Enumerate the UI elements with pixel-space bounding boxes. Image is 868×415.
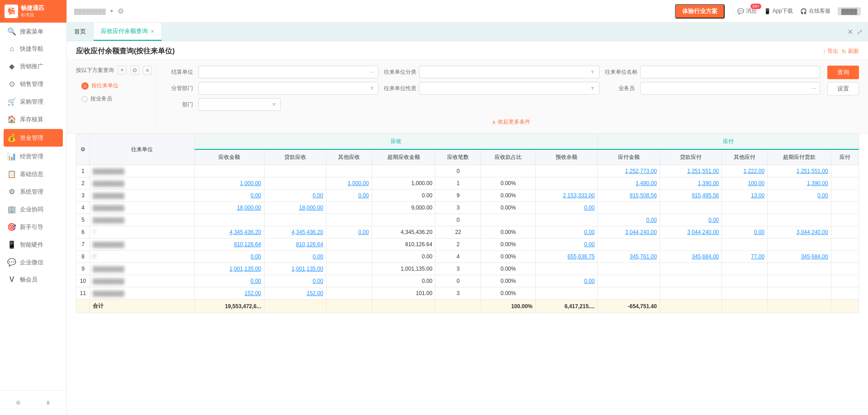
sidebar-item-basic-info[interactable]: 📋 基础信息	[0, 165, 66, 183]
table-cell[interactable]: 0.00	[264, 190, 326, 202]
breadcrumb-arrow-icon[interactable]: ▼	[109, 9, 114, 14]
table-cell[interactable]: 0.00	[722, 226, 768, 239]
table-cell[interactable]: 915,508.56	[598, 190, 660, 202]
table-cell[interactable]: 1,222.00	[722, 165, 768, 177]
table-cell[interactable]: 345,684.00	[768, 251, 831, 263]
table-cell[interactable]: 655,636.75	[536, 251, 598, 263]
sidebar-item-member[interactable]: V 畅会员	[0, 271, 66, 288]
export-button[interactable]: ↑ 导出	[823, 48, 838, 55]
table-cell[interactable]: 1,390.00	[660, 177, 722, 190]
table-cell[interactable]: 345,761.00	[598, 251, 660, 263]
tab-close-icon[interactable]: ✕	[151, 29, 154, 34]
table-cell[interactable]: 0.00	[536, 239, 598, 251]
add-scheme-button[interactable]: +	[118, 66, 127, 75]
table-cell[interactable]: 3,044,240.00	[598, 226, 660, 239]
table-cell[interactable]: 1,001,135.00	[264, 263, 326, 275]
sidebar-item-wechat[interactable]: 💬 企业微信	[0, 253, 66, 271]
department-input[interactable]: ▼	[198, 98, 281, 111]
sidebar-collapse-btn[interactable]: ⏸	[38, 396, 58, 410]
table-cell[interactable]: 1,001,135.00	[194, 263, 264, 275]
table-cell[interactable]: 0.00	[768, 190, 831, 202]
table-cell[interactable]: 915,495.56	[660, 190, 722, 202]
table-cell[interactable]: 77.00	[722, 251, 768, 263]
table-cell[interactable]: 1,390.00	[768, 177, 831, 190]
scheme-by-unit[interactable]: ◎ 按往来单位	[76, 79, 152, 92]
unit-category-input[interactable]: ▼	[419, 66, 599, 78]
settlement-unit-input[interactable]: ···	[198, 66, 378, 78]
setting-button[interactable]: 设置	[827, 82, 859, 95]
salesman-input[interactable]: ···	[640, 82, 820, 95]
tab-balance-query[interactable]: 应收应付余额查询 ✕	[94, 23, 162, 41]
online-service-action[interactable]: 🎧 在线客服	[800, 7, 830, 15]
table-cell	[660, 202, 722, 214]
table-cell[interactable]: 0.00	[326, 190, 372, 202]
table-cell[interactable]: 152.00	[264, 287, 326, 300]
table-cell[interactable]: 152.00	[194, 287, 264, 300]
unit-name-input[interactable]	[640, 66, 820, 78]
table-cell[interactable]: 0.00	[536, 202, 598, 214]
sidebar-settings-btn[interactable]: ⚙	[9, 396, 28, 410]
query-button[interactable]: 查询	[827, 66, 859, 79]
table-cell[interactable]: 2,153,333.00	[536, 190, 598, 202]
table-cell[interactable]: 1,252,773.00	[598, 165, 660, 177]
table-cell[interactable]: 0.00	[264, 275, 326, 287]
unit-nature-input[interactable]: ▼	[419, 82, 599, 95]
table-cell[interactable]: 3,044,240.00	[660, 226, 722, 239]
table-cell[interactable]: 0.00	[264, 251, 326, 263]
table-cell[interactable]: 0.00	[536, 226, 598, 239]
table-cell[interactable]: 0.00	[536, 275, 598, 287]
table-cell[interactable]: 1,251,551.00	[768, 165, 831, 177]
sidebar-item-finance[interactable]: 💰 资金管理	[4, 129, 63, 147]
sidebar-item-operations[interactable]: 📊 经营管理	[0, 148, 66, 165]
gear-icon[interactable]: ⚙	[118, 7, 124, 15]
sidebar-item-guide[interactable]: 🎯 新手引导	[0, 218, 66, 236]
promo-button[interactable]: 体验行业方案	[675, 4, 725, 19]
collapse-bar[interactable]: ∧ 收起更多条件	[163, 116, 859, 128]
col-settings-header[interactable]: ⚙	[76, 134, 90, 165]
table-cell[interactable]: 0.00	[194, 275, 264, 287]
table-cell[interactable]: 1,251,551.00	[660, 165, 722, 177]
sidebar: 畅 畅捷通匹 标准版 🔍 搜索菜单 ⌂ 快捷导航 ◆ 营销推广 ⊙ 销售管理 🛒…	[0, 0, 67, 415]
table-cell[interactable]: 100.00	[722, 177, 768, 190]
table-cell[interactable]: 18,000.00	[264, 202, 326, 214]
scheme-settings-button[interactable]: ⊙	[130, 66, 139, 75]
sidebar-item-marketing[interactable]: ◆ 营销推广	[0, 57, 66, 75]
table-cell	[831, 202, 859, 214]
table-cell[interactable]: 0.00	[326, 226, 372, 239]
sidebar-item-sales[interactable]: ⊙ 销售管理	[0, 75, 66, 93]
tab-home[interactable]: 首页	[67, 23, 94, 40]
user-menu[interactable]: ▓▓▓▓	[838, 8, 861, 14]
table-cell[interactable]: 1,000.00	[326, 177, 372, 190]
sidebar-item-enterprise[interactable]: 🏢 企业协同	[0, 200, 66, 218]
messages-action[interactable]: 💬 消息 99+	[737, 7, 757, 15]
table-cell[interactable]: 1,000.00	[194, 177, 264, 190]
dept-input[interactable]: ▼	[198, 82, 378, 95]
sidebar-item-system[interactable]: ⚙ 系统管理	[0, 183, 66, 200]
table-cell[interactable]: 810,126.64	[264, 239, 326, 251]
table-cell[interactable]: 13.00	[722, 190, 768, 202]
table-cell[interactable]: 0.00	[194, 190, 264, 202]
sidebar-item-quick-nav[interactable]: ⌂ 快捷导航	[0, 40, 66, 57]
refresh-button[interactable]: ↻ 刷新	[842, 48, 859, 55]
settings-icon[interactable]: ⚙	[80, 146, 85, 153]
table-cell[interactable]: 18,000.00	[194, 202, 264, 214]
tab-maximize-icon[interactable]: ⤢	[857, 28, 863, 36]
sidebar-item-hardware[interactable]: 📱 智能硬件	[0, 236, 66, 253]
table-cell[interactable]: 0.00	[194, 251, 264, 263]
table-cell	[326, 214, 372, 226]
table-cell[interactable]: 810,126.64	[194, 239, 264, 251]
tab-close-window-icon[interactable]: ✕	[847, 28, 853, 36]
table-cell[interactable]: 4,345,436.20	[264, 226, 326, 239]
sidebar-item-inventory[interactable]: 🏠 库存核算	[0, 110, 66, 128]
scheme-collapse-button[interactable]: «	[143, 66, 152, 75]
table-cell[interactable]: 0.00	[598, 214, 660, 226]
table-cell[interactable]: 4,345,436.20	[194, 226, 264, 239]
table-cell[interactable]: 3,044,240.00	[768, 226, 831, 239]
sidebar-item-purchase[interactable]: 🛒 采购管理	[0, 93, 66, 110]
app-download-action[interactable]: 📱 App下载	[764, 7, 793, 15]
table-cell[interactable]: 0.00	[660, 214, 722, 226]
scheme-by-staff[interactable]: 按业务员	[76, 92, 152, 105]
sidebar-item-search-menu[interactable]: 🔍 搜索菜单	[0, 23, 66, 40]
table-cell[interactable]: 345,684.00	[660, 251, 722, 263]
table-cell[interactable]: 1,490.00	[598, 177, 660, 190]
